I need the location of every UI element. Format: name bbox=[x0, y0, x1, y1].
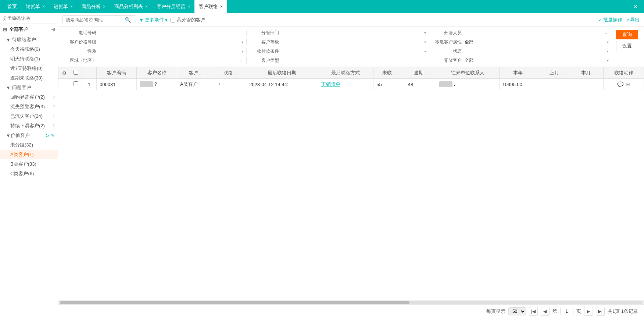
sidebar-item-7days[interactable]: 近7天待联络(0) bbox=[0, 64, 58, 73]
my-customers-checkbox-label[interactable]: 我分管的客户 bbox=[171, 17, 205, 23]
filter-department-select[interactable]: ▾ bbox=[282, 31, 426, 35]
nav-product-analysis-list[interactable]: 商品分析列表 × bbox=[110, 0, 152, 13]
sidebar-item-churn-warning[interactable]: 流失预警客户(3) ? bbox=[0, 102, 58, 112]
sidebar-item-tomorrow[interactable]: 明天待联络(1) bbox=[0, 54, 58, 64]
sidebar-item-b-class[interactable]: B类客户(33) bbox=[0, 159, 58, 169]
col-contact-header[interactable]: 联络... bbox=[215, 67, 246, 79]
my-customers-checkbox[interactable] bbox=[171, 18, 175, 22]
filter-status-select[interactable]: ▾ bbox=[465, 49, 609, 53]
col-action-header[interactable]: 联络动作 bbox=[604, 67, 644, 79]
nav-home[interactable]: 首页 bbox=[3, 0, 21, 13]
col-thismonth-header[interactable]: 本月... bbox=[572, 67, 603, 79]
table-header-row: ⚙ 客户编码 客户名称 客户... 联络... bbox=[58, 67, 644, 79]
filter-nature-select[interactable]: ▾ bbox=[99, 49, 243, 53]
query-button[interactable]: 查询 bbox=[616, 30, 638, 39]
nav-product-analysis[interactable]: 商品分析 × bbox=[77, 0, 110, 13]
last-page-btn[interactable]: ▶| bbox=[596, 307, 605, 316]
window-close-button[interactable]: × bbox=[630, 1, 641, 12]
message-action-icon[interactable]: 💬 bbox=[617, 81, 623, 87]
export-icon: ↗ bbox=[625, 17, 629, 23]
filter-customer-type-input[interactable] bbox=[282, 58, 426, 63]
col-name-header[interactable]: 客户名称 bbox=[137, 67, 177, 79]
filter-retail-customer-select[interactable]: 全部 ▾ bbox=[465, 57, 609, 64]
schedule-action-icon[interactable]: ⊞ bbox=[626, 81, 630, 87]
setting-button[interactable]: 设置 bbox=[616, 41, 638, 51]
col-code-header[interactable]: 客户编码 bbox=[97, 67, 137, 79]
last-method-link[interactable]: 下销货单 bbox=[321, 81, 340, 87]
collapse-btn[interactable]: ◀ bbox=[51, 27, 55, 32]
sidebar-all-customers[interactable]: ⊞ 全部客户 ◀ bbox=[0, 24, 58, 35]
sidebar-item-declining[interactable]: 持续下滑客户(2) ? bbox=[0, 121, 58, 131]
filter-region-select[interactable]: ··· bbox=[99, 58, 243, 63]
col-thisyear-header[interactable]: 本年... bbox=[499, 67, 541, 79]
col-company-contact-header[interactable]: 往来单位联系人 bbox=[436, 67, 499, 79]
sidebar-group-pending[interactable]: ▼ 待联络客户 bbox=[0, 35, 58, 45]
col-overdue-header[interactable]: 逾期... bbox=[405, 67, 436, 79]
filter-customer-grade-select[interactable]: ▾ bbox=[282, 40, 426, 44]
close-purchase-order[interactable]: × bbox=[70, 4, 73, 9]
col-checkbox-header[interactable] bbox=[70, 67, 82, 79]
region-dots[interactable]: ··· bbox=[240, 58, 243, 63]
filter-payment-select[interactable]: ▾ bbox=[282, 49, 426, 53]
more-filter-button[interactable]: ▼ 更多条件 ▾ bbox=[139, 17, 168, 23]
row-checkbox-cell[interactable] bbox=[70, 79, 82, 90]
col-settings[interactable]: ⚙ bbox=[58, 67, 70, 79]
sidebar-search-input[interactable] bbox=[3, 16, 58, 21]
filter-manager-input[interactable] bbox=[465, 31, 604, 36]
col-type-header[interactable]: 客户... bbox=[177, 67, 215, 79]
row-name[interactable]: ? bbox=[137, 79, 177, 90]
chevron-down-icon: ▾ bbox=[242, 40, 243, 44]
filter-manager-dots[interactable]: ··· bbox=[605, 31, 609, 36]
scroll-thumb[interactable] bbox=[60, 301, 409, 304]
toolbar-search-icon[interactable]: 🔍 bbox=[125, 17, 131, 23]
prev-page-btn[interactable]: ◀ bbox=[541, 307, 550, 316]
nav-customer-segmentation[interactable]: 客户分层经营 × bbox=[152, 0, 194, 13]
toolbar-search-input[interactable] bbox=[66, 17, 125, 22]
nav-customer-contact[interactable]: 客户联络 × bbox=[194, 0, 227, 13]
row-lastmethod[interactable]: 下销货单 bbox=[318, 79, 373, 90]
sidebar-group-problem[interactable]: ▼ 问题客户 bbox=[0, 83, 58, 92]
sidebar-group-value[interactable]: ▼ 价值客户 ↻ ✎ bbox=[0, 131, 58, 140]
col-nocontact-header[interactable]: 未联... bbox=[373, 67, 405, 79]
close-customer-segmentation[interactable]: × bbox=[187, 4, 190, 9]
next-page-btn[interactable]: ▶ bbox=[584, 307, 593, 316]
refresh-icon[interactable]: ↻ bbox=[45, 133, 49, 138]
nav-purchase-order[interactable]: 进货单 × bbox=[49, 0, 77, 13]
close-customer-contact[interactable]: × bbox=[220, 4, 223, 9]
col-lastmonth-header[interactable]: 上月... bbox=[541, 67, 572, 79]
total-label: 共1页 1条记录 bbox=[608, 308, 638, 315]
sidebar-item-c-class[interactable]: C类客户(6) bbox=[0, 169, 58, 179]
filter-customer-type: 客户类型 bbox=[247, 57, 429, 64]
filter-icon: ▼ bbox=[139, 17, 144, 23]
page-size-select[interactable]: 50 bbox=[508, 307, 526, 315]
filter-retail-attr-select[interactable]: 全部 ▾ bbox=[465, 39, 609, 45]
page-number-input[interactable] bbox=[560, 308, 573, 315]
close-sales-order[interactable]: × bbox=[42, 4, 45, 9]
sidebar-item-unclassified[interactable]: 未分组(32) bbox=[0, 140, 58, 150]
chevron-down-icon: ▾ bbox=[165, 17, 168, 23]
horizontal-scrollbar[interactable] bbox=[58, 300, 644, 304]
close-product-analysis[interactable]: × bbox=[103, 4, 105, 9]
filter-price-grade-select[interactable]: ▾ bbox=[99, 40, 243, 44]
toolbar-search-box: 🔍 bbox=[62, 15, 136, 24]
close-product-analysis-list[interactable]: × bbox=[145, 4, 148, 9]
sidebar-item-overdue[interactable]: 逾期未联络(30) bbox=[0, 73, 58, 83]
filter-phone-input[interactable] bbox=[99, 31, 243, 36]
edit-icon[interactable]: ✎ bbox=[51, 133, 55, 138]
export-button[interactable]: ↗ 导出 bbox=[625, 17, 640, 23]
sidebar-item-a-class[interactable]: A类客户(1) bbox=[0, 150, 58, 159]
first-page-btn[interactable]: |◀ bbox=[529, 307, 538, 316]
sidebar-item-today[interactable]: 今天待联络(0) bbox=[0, 45, 58, 54]
col-lastmethod-header[interactable]: 最后联络方式 bbox=[318, 67, 373, 79]
select-all-checkbox[interactable] bbox=[74, 70, 78, 75]
row-checkbox[interactable] bbox=[74, 81, 78, 86]
sidebar-item-repurchase-abnormal[interactable]: 回购异常客户(2) ? bbox=[0, 92, 58, 102]
sidebar-item-churned[interactable]: 已流失客户(24) ? bbox=[0, 112, 58, 121]
help-icon-4: ? bbox=[53, 124, 55, 128]
col-lastdate-header[interactable]: 最后联络日期 bbox=[246, 67, 318, 79]
batch-op-button[interactable]: ✓ 批量操作 bbox=[598, 17, 622, 23]
row-type: A类客户 bbox=[177, 79, 215, 90]
row-code[interactable]: 000031 bbox=[97, 79, 137, 90]
nav-sales-order[interactable]: 销货单 × bbox=[21, 0, 49, 13]
table-area: ⚙ 客户编码 客户名称 客户... 联络... bbox=[58, 67, 644, 300]
